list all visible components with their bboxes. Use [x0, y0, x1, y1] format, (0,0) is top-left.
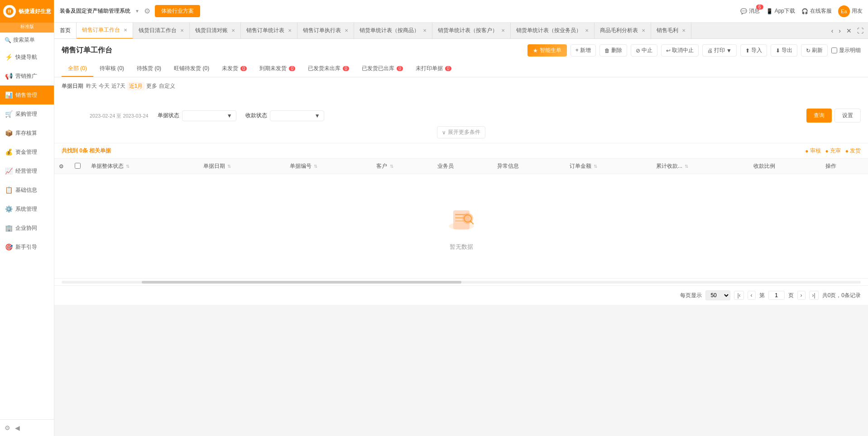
set-btn[interactable]: 设置 — [834, 109, 861, 123]
sub-tab-all[interactable]: 全部 (0) — [62, 61, 93, 77]
tab-close-icon[interactable]: ✕ — [682, 28, 686, 33]
tab-close-icon[interactable]: ✕ — [501, 28, 505, 33]
sub-tab-shipped-not-out[interactable]: 已发货未出库 0 — [302, 61, 355, 77]
page-input[interactable] — [768, 291, 785, 300]
tab-home[interactable]: 首页 — [54, 23, 77, 39]
cancel-suspend-btn[interactable]: ↩ 取消中止 — [661, 44, 699, 57]
ai-gen-btn[interactable]: ★ 智能生单 — [528, 44, 567, 57]
sub-tab-pending-review[interactable]: 待审核 (0) — [93, 61, 130, 77]
refresh-btn[interactable]: ↻ 刷新 — [801, 44, 828, 57]
status-select[interactable]: ▼ — [182, 110, 236, 121]
shortcut-today[interactable]: 今天 — [99, 82, 110, 90]
tab-sales-exec[interactable]: 销售订单执行表 ✕ — [297, 23, 354, 39]
col-checkbox[interactable] — [68, 159, 86, 174]
app-download-btn[interactable]: 📱 App下载 — [766, 7, 795, 15]
sidebar-item-company[interactable]: 🏢 企业协同 — [0, 218, 54, 237]
tab-margin-analysis[interactable]: 商品毛利分析表 ✕ — [595, 23, 651, 39]
page-prev-btn[interactable]: ‹ — [748, 291, 756, 300]
show-detail-toggle[interactable]: 显示明细 — [831, 47, 861, 54]
sidebar-item-operations[interactable]: 📈 经营管理 — [0, 161, 54, 180]
select-all-checkbox[interactable] — [75, 163, 81, 169]
tab-close-icon[interactable]: ✕ — [180, 28, 184, 33]
shortcut-more[interactable]: 更多 — [146, 82, 157, 90]
tab-sales-profit[interactable]: 销售毛利 ✕ — [651, 23, 691, 39]
col-number[interactable]: 单据编号 ⇅ — [285, 159, 372, 174]
topbar-settings-icon[interactable]: ⚙ — [144, 7, 150, 15]
sub-tab-expired-not-shipped[interactable]: 到期未发货 0 — [253, 61, 302, 77]
import-btn[interactable]: ⬆ 导入 — [740, 44, 767, 57]
sidebar-item-basic[interactable]: 📋 基础信息 — [0, 180, 54, 199]
page-last-btn[interactable]: ›| — [809, 291, 819, 300]
tab-sales-summary-staff[interactable]: 销货单统计表（按业务员） ✕ — [511, 23, 595, 39]
ship-btn[interactable]: ● 发货 — [845, 147, 861, 155]
add-btn[interactable]: + 新增 — [571, 44, 596, 57]
tabs-arrow-left[interactable]: ‹ — [829, 27, 836, 34]
sidebar-item-finance[interactable]: 💰 资金管理 — [0, 142, 54, 161]
sidebar-item-sales[interactable]: 📊 销售管理 — [0, 85, 54, 104]
sub-tab-not-shipped[interactable]: 未发货 0 — [216, 61, 253, 77]
tab-sales-stats[interactable]: 销售订单统计表 ✕ — [241, 23, 297, 39]
audit-btn[interactable]: ● 审核 — [805, 147, 820, 155]
message-btn[interactable]: 💬 消息 6 — [740, 7, 760, 15]
sidebar-item-inventory[interactable]: 📦 库存核算 — [0, 123, 54, 142]
sub-tab-not-printed[interactable]: 未打印单据 0 — [409, 61, 458, 77]
tab-close-icon[interactable]: ✕ — [423, 28, 427, 33]
col-status[interactable]: 单据整体状态 ⇅ — [86, 159, 199, 174]
shortcut-custom[interactable]: 自定义 — [159, 82, 175, 90]
scrollbar-thumb[interactable] — [142, 281, 461, 284]
industry-btn[interactable]: 体验行业方案 — [155, 5, 200, 17]
col-received[interactable]: 累计收款... ⇅ — [652, 159, 749, 174]
show-detail-checkbox[interactable] — [831, 47, 837, 53]
shortcut-7days[interactable]: 近7天 — [111, 82, 125, 90]
page-next-btn[interactable]: › — [797, 291, 806, 300]
tab-sales-summary-product[interactable]: 销货单统计表（按商品） ✕ — [354, 23, 432, 39]
sub-tab-wangpu[interactable]: 旺铺待发货 (0) — [168, 61, 216, 77]
col-exception[interactable]: 异常信息 — [493, 159, 565, 174]
sidebar-item-guide[interactable]: 🎯 新手引导 — [0, 237, 54, 256]
horizontal-scrollbar[interactable] — [54, 278, 868, 285]
collapse-icon[interactable]: ◀ — [15, 424, 20, 431]
col-amount[interactable]: 订单金额 ⇅ — [565, 159, 652, 174]
sidebar-item-quick-nav[interactable]: ⚡ 快捷导航 — [0, 47, 54, 66]
tab-close-icon[interactable]: ✕ — [345, 28, 348, 33]
expand-filter-btn[interactable]: ∨ 展开更多条件 — [437, 126, 485, 138]
sidebar-item-marketing[interactable]: 📢 营销推广 — [0, 66, 54, 85]
sub-tab-shipped-out[interactable]: 已发货已出库 0 — [355, 61, 409, 77]
tab-close-icon[interactable]: ✕ — [585, 28, 589, 33]
tabs-maximize[interactable]: ⛶ — [854, 27, 866, 34]
tabs-arrow-right[interactable]: › — [836, 27, 844, 34]
print-btn[interactable]: 🖨 打印 ▼ — [702, 44, 737, 57]
col-staff[interactable]: 业务员 — [433, 159, 493, 174]
suspend-btn[interactable]: ⊘ 中止 — [631, 44, 657, 57]
sidebar-item-system[interactable]: ⚙️ 系统管理 — [0, 199, 54, 218]
settings-bottom-icon[interactable]: ⚙ — [5, 424, 10, 431]
page-first-btn[interactable]: |‹ — [734, 291, 743, 300]
online-service-btn[interactable]: 🎧 在线客服 — [801, 7, 832, 15]
user-menu[interactable]: Ea 用友 — [838, 5, 863, 17]
delete-btn[interactable]: 🗑 删除 — [599, 44, 627, 57]
tab-close-icon[interactable]: ✕ — [642, 28, 645, 33]
shortcut-1month[interactable]: 近1月 — [127, 82, 145, 90]
ship-icon: ● — [845, 148, 849, 154]
col-date[interactable]: 单据日期 ⇅ — [199, 159, 285, 174]
tab-sales-summary-customer[interactable]: 销货单统计表（按客户） ✕ — [432, 23, 511, 39]
payment-select[interactable]: ▼ — [270, 110, 324, 121]
per-page-select[interactable]: 50 100 200 — [705, 290, 730, 300]
col-customer[interactable]: 客户 ⇅ — [372, 159, 433, 174]
tabs-close-all[interactable]: ✕ — [844, 27, 854, 34]
col-settings[interactable]: ⚙ — [54, 159, 68, 174]
tab-close-icon[interactable]: ✕ — [288, 28, 292, 33]
cancel-audit-btn[interactable]: ● 充审 — [825, 147, 841, 155]
sidebar-item-purchase[interactable]: 🛒 采购管理 — [0, 104, 54, 123]
shortcut-yesterday[interactable]: 昨天 — [86, 82, 97, 90]
tab-close-icon[interactable]: ✕ — [231, 28, 235, 33]
tab-sales-order-workbench[interactable]: 销售订单工作台 ✕ — [77, 23, 133, 39]
export-btn[interactable]: ⬇ 导出 — [771, 44, 797, 57]
system-dropdown-icon[interactable]: ▼ — [135, 9, 139, 14]
tab-cash-daily[interactable]: 钱货日清工作台 ✕ — [133, 23, 190, 39]
query-btn[interactable]: 查询 — [806, 109, 832, 123]
tab-close-icon[interactable]: ✕ — [124, 28, 127, 33]
search-menu[interactable]: 🔍 搜索菜单 — [0, 33, 54, 47]
tab-cash-reconcile[interactable]: 钱货日清对账 ✕ — [190, 23, 241, 39]
sub-tab-pending-pickup[interactable]: 待拣货 (0) — [130, 61, 168, 77]
